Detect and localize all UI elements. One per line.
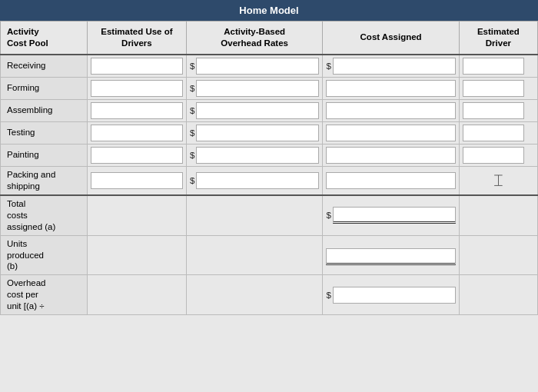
input-cost-painting[interactable] (326, 147, 455, 164)
row-label-units: Unitsproduced(b) (1, 235, 88, 275)
col3-testing: $ (186, 121, 322, 144)
input-cost-testing[interactable] (326, 125, 455, 141)
col4-overhead: $ (323, 275, 459, 315)
table-row: Testing $ (1, 121, 538, 144)
col3-units (186, 235, 322, 275)
input-rates-painting[interactable] (196, 147, 319, 164)
col2-painting (87, 144, 186, 166)
col2-overhead (87, 275, 186, 315)
table-row: Forming $ (1, 77, 538, 99)
col3-painting: $ (186, 144, 322, 166)
col5-packing: ⌶ (459, 166, 537, 194)
col3-forming: $ (186, 77, 322, 99)
units-produced-row: Unitsproduced(b) (1, 235, 538, 275)
title-bar: Home Model (0, 0, 538, 21)
row-label-assembling: Assembling (1, 99, 88, 121)
header-activity-cost-pool: Activity Cost Pool (1, 22, 88, 55)
main-container: Home Model Activity Cost Pool Estimated … (0, 0, 538, 392)
row-label-testing: Testing (1, 121, 88, 144)
input-est-driver-receiving[interactable] (463, 58, 524, 75)
row-label-total: Totalcostsassigned (a) (1, 195, 88, 235)
col4-units (323, 235, 459, 275)
row-label-packing: Packing andshipping (1, 166, 88, 194)
input-total-cost[interactable] (333, 207, 456, 224)
col2-units (87, 235, 186, 275)
col4-packing (323, 166, 459, 194)
input-drivers-painting[interactable] (91, 147, 183, 164)
input-drivers-forming[interactable] (91, 80, 183, 97)
col2-total (87, 195, 186, 235)
col4-total: $ (323, 195, 459, 235)
col4-forming (323, 77, 459, 99)
col5-receiving (459, 55, 537, 78)
input-drivers-receiving[interactable] (91, 58, 183, 75)
col2-assembling (87, 99, 186, 121)
header-activity-based-rates: Activity-Based Overhead Rates (186, 22, 322, 55)
input-est-driver-painting[interactable] (463, 147, 524, 164)
col5-assembling (459, 99, 537, 121)
col2-packing (87, 166, 186, 194)
col4-assembling (323, 99, 459, 121)
row-label-receiving: Receiving (1, 55, 88, 78)
total-costs-row: Totalcostsassigned (a) $ (1, 195, 538, 235)
row-label-overhead: Overheadcost perunit [(a) ÷ (1, 275, 88, 315)
input-overhead-per-unit[interactable] (333, 287, 456, 304)
table-row: Packing andshipping $ (1, 166, 538, 194)
col5-testing (459, 121, 537, 144)
header-estimated-use-drivers: Estimated Use of Drivers (87, 22, 186, 55)
input-units-produced[interactable] (326, 248, 455, 265)
input-est-driver-forming[interactable] (463, 80, 524, 97)
header-cost-assigned: Cost Assigned (323, 22, 459, 55)
col3-total (186, 195, 322, 235)
table-row: Assembling $ (1, 99, 538, 121)
input-rates-forming[interactable] (196, 80, 319, 97)
input-rates-testing[interactable] (196, 125, 319, 141)
input-rates-assembling[interactable] (196, 102, 319, 119)
row-label-painting: Painting (1, 144, 88, 166)
col5-forming (459, 77, 537, 99)
input-drivers-assembling[interactable] (91, 102, 183, 119)
row-label-forming: Forming (1, 77, 88, 99)
col5-painting (459, 144, 537, 166)
header-estimated-driver: Estimated Driver (459, 22, 537, 55)
input-rates-packing[interactable] (196, 172, 319, 189)
col2-receiving (87, 55, 186, 78)
input-est-driver-testing[interactable] (463, 125, 524, 141)
col2-testing (87, 121, 186, 144)
table-container: Activity Cost Pool Estimated Use of Driv… (0, 21, 538, 392)
table-row: Painting $ (1, 144, 538, 166)
input-cost-assembling[interactable] (326, 102, 455, 119)
col4-receiving: $ (323, 55, 459, 78)
col4-painting (323, 144, 459, 166)
input-est-driver-assembling[interactable] (463, 102, 524, 119)
cursor-icon: ⌶ (494, 172, 503, 188)
col4-testing (323, 121, 459, 144)
col3-assembling: $ (186, 99, 322, 121)
input-rates-receiving[interactable] (196, 58, 319, 75)
col5-units (459, 235, 537, 275)
col3-packing: $ (186, 166, 322, 194)
col3-overhead (186, 275, 322, 315)
input-cost-receiving[interactable] (333, 58, 456, 75)
input-cost-packing[interactable] (326, 172, 455, 189)
page-title: Home Model (239, 5, 298, 16)
table-row: Receiving $ (1, 55, 538, 78)
input-drivers-testing[interactable] (91, 125, 183, 141)
input-drivers-packing[interactable] (91, 172, 183, 189)
input-cost-forming[interactable] (326, 80, 455, 97)
overhead-cost-row: Overheadcost perunit [(a) ÷ $ (1, 275, 538, 315)
col2-forming (87, 77, 186, 99)
col5-total (459, 195, 537, 235)
col3-receiving: $ (186, 55, 322, 78)
col5-overhead (459, 275, 537, 315)
